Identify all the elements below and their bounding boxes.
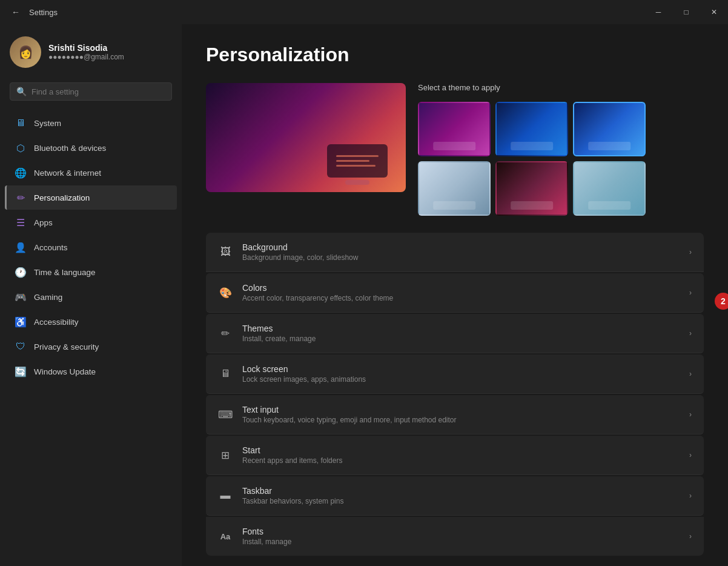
- item-title-text-input: Text input: [242, 405, 457, 415]
- item-desc-themes: Install, create, manage: [242, 335, 316, 343]
- settings-item-background[interactable]: 🖼 Background Background image, color, sl…: [206, 233, 704, 272]
- user-profile[interactable]: 👩 Srishti Sisodia ●●●●●●●●@gmail.com: [0, 24, 182, 80]
- sidebar-nav: 🖥 System ⬡ Bluetooth & devices 🌐 Network…: [0, 110, 182, 384]
- fonts-icon: Aa: [218, 529, 233, 544]
- chevron-themes: ›: [689, 329, 692, 338]
- theme-thumb-4[interactable]: [418, 161, 491, 216]
- item-title-taskbar: Taskbar: [242, 486, 343, 496]
- sidebar-item-apps[interactable]: ☰ Apps: [5, 210, 177, 235]
- thumb-taskbar-1: [433, 142, 475, 150]
- sidebar-item-system[interactable]: 🖥 System: [5, 111, 177, 135]
- settings-list: 🖼 Background Background image, color, sl…: [206, 233, 704, 556]
- sidebar-item-bluetooth[interactable]: ⬡ Bluetooth & devices: [5, 136, 177, 160]
- sidebar-item-gaming[interactable]: 🎮 Gaming: [5, 285, 177, 309]
- sidebar-item-label-privacy: Privacy & security: [34, 342, 99, 351]
- user-email: ●●●●●●●●@gmail.com: [48, 53, 124, 61]
- theme-section: 1 Select a theme to apply: [206, 83, 704, 216]
- background-icon: 🖼: [218, 245, 233, 259]
- text-input-icon: ⌨: [218, 407, 233, 422]
- themes-icon: ✏: [218, 326, 233, 341]
- item-title-themes: Themes: [242, 324, 316, 333]
- item-text-lock-screen: Lock screen Lock screen images, apps, an…: [242, 364, 366, 384]
- update-icon: 🔄: [15, 365, 27, 378]
- thumb-taskbar-6: [588, 201, 630, 210]
- settings-item-fonts[interactable]: Aa Fonts Install, manage ›: [206, 517, 704, 556]
- sidebar-item-network[interactable]: 🌐 Network & internet: [5, 161, 177, 185]
- settings-item-themes[interactable]: ✏ Themes Install, create, manage ›: [206, 314, 704, 353]
- theme-thumb-3[interactable]: [573, 102, 646, 156]
- settings-item-taskbar[interactable]: ▬ Taskbar Taskbar behaviors, system pins…: [206, 476, 704, 516]
- sidebar-item-accessibility[interactable]: ♿ Accessibility: [5, 310, 177, 334]
- chevron-colors: ›: [689, 288, 692, 297]
- page-title: Personalization: [206, 44, 704, 66]
- theme-thumb-2[interactable]: [495, 102, 568, 156]
- chevron-background: ›: [689, 248, 692, 256]
- settings-item-text-input[interactable]: ⌨ Text input Touch keyboard, voice typin…: [206, 395, 704, 434]
- network-icon: 🌐: [15, 167, 27, 179]
- titlebar-left: ← Settings: [7, 4, 58, 21]
- item-title-background: Background: [242, 242, 358, 252]
- user-name: Srishti Sisodia: [48, 43, 124, 53]
- gaming-icon: 🎮: [15, 291, 27, 303]
- settings-item-start[interactable]: ⊞ Start Recent apps and items, folders ›: [206, 436, 704, 475]
- user-info: Srishti Sisodia ●●●●●●●●@gmail.com: [48, 43, 124, 61]
- search-box[interactable]: 🔍: [10, 82, 172, 101]
- preview-lines: [336, 155, 379, 167]
- annotation-circle-2: 2: [715, 293, 728, 310]
- theme-select-label: Select a theme to apply: [418, 83, 646, 92]
- theme-preview: 1: [206, 83, 406, 192]
- sidebar-item-accounts[interactable]: 👤 Accounts: [5, 235, 177, 259]
- settings-item-colors[interactable]: 🎨 Colors Accent color, transparency effe…: [206, 273, 704, 313]
- sidebar-item-update[interactable]: 🔄 Windows Update: [5, 359, 177, 384]
- sidebar-item-label-accessibility: Accessibility: [34, 318, 79, 327]
- item-title-start: Start: [242, 445, 342, 455]
- sidebar-item-label-bluetooth: Bluetooth & devices: [34, 144, 106, 153]
- settings-item-lock-screen[interactable]: 🖥 Lock screen Lock screen images, apps, …: [206, 355, 704, 394]
- item-desc-lock-screen: Lock screen images, apps, animations: [242, 375, 366, 384]
- item-text-text-input: Text input Touch keyboard, voice typing,…: [242, 405, 457, 424]
- sidebar-item-time[interactable]: 🕐 Time & language: [5, 260, 177, 284]
- item-desc-fonts: Install, manage: [242, 538, 291, 546]
- item-left-taskbar: ▬ Taskbar Taskbar behaviors, system pins: [218, 486, 343, 505]
- apps-icon: ☰: [15, 216, 27, 228]
- theme-thumb-5[interactable]: [495, 161, 568, 216]
- theme-column: Select a theme to apply: [418, 83, 646, 216]
- thumb-taskbar-4: [433, 201, 475, 210]
- privacy-icon: 🛡: [15, 341, 27, 353]
- sidebar-item-label-update: Windows Update: [34, 367, 96, 376]
- sidebar: 👩 Srishti Sisodia ●●●●●●●●@gmail.com 🔍 🖥…: [0, 24, 182, 566]
- item-left-themes: ✏ Themes Install, create, manage: [218, 324, 316, 343]
- item-desc-taskbar: Taskbar behaviors, system pins: [242, 497, 343, 505]
- maximize-button[interactable]: □: [672, 0, 700, 24]
- titlebar-controls: ─ □ ✕: [644, 0, 728, 24]
- thumb-taskbar-3: [588, 142, 630, 150]
- item-left-colors: 🎨 Colors Accent color, transparency effe…: [218, 283, 393, 302]
- main-content: Personalization 1: [182, 24, 728, 566]
- start-icon: ⊞: [218, 448, 233, 462]
- item-left-start: ⊞ Start Recent apps and items, folders: [218, 445, 342, 465]
- item-title-colors: Colors: [242, 283, 393, 293]
- search-input[interactable]: [31, 87, 165, 96]
- sidebar-item-label-system: System: [34, 119, 61, 128]
- item-left-fonts: Aa Fonts Install, manage: [218, 527, 291, 546]
- lock-screen-icon: 🖥: [218, 367, 233, 381]
- item-title-lock-screen: Lock screen: [242, 364, 366, 374]
- minimize-button[interactable]: ─: [644, 0, 672, 24]
- theme-thumb-1[interactable]: [418, 102, 491, 156]
- item-text-colors: Colors Accent color, transparency effect…: [242, 283, 393, 302]
- item-desc-background: Background image, color, slideshow: [242, 253, 358, 262]
- sidebar-item-privacy[interactable]: 🛡 Privacy & security: [5, 335, 177, 359]
- chevron-lock-screen: ›: [689, 370, 692, 378]
- sidebar-item-personalization[interactable]: ✏ Personalization: [5, 185, 177, 210]
- close-button[interactable]: ✕: [700, 0, 728, 24]
- back-button[interactable]: ←: [7, 4, 24, 21]
- bluetooth-icon: ⬡: [15, 142, 27, 154]
- theme-grid-container: 1 Select a theme to apply: [206, 83, 704, 216]
- sidebar-item-label-network: Network & internet: [34, 168, 101, 178]
- item-text-background: Background Background image, color, slid…: [242, 242, 358, 262]
- theme-thumb-6[interactable]: [573, 161, 646, 216]
- item-text-taskbar: Taskbar Taskbar behaviors, system pins: [242, 486, 343, 505]
- taskbar-icon: ▬: [218, 488, 233, 503]
- system-icon: 🖥: [15, 117, 27, 129]
- chevron-taskbar: ›: [689, 491, 692, 500]
